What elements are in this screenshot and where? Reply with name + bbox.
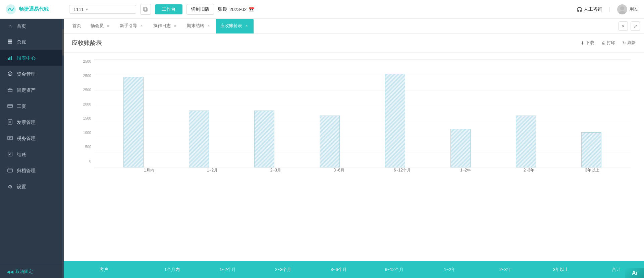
sidebar-scrollbar (62, 19, 64, 278)
archive-icon (7, 167, 13, 174)
close-tab-button[interactable]: × (619, 21, 628, 31)
svg-point-4 (619, 11, 626, 14)
sidebar-item-tax[interactable]: 税务管理 (0, 131, 64, 147)
copy-button[interactable] (140, 4, 151, 15)
svg-rect-14 (8, 105, 12, 108)
th-3plus: 3年以上 (533, 267, 589, 273)
svg-rect-10 (11, 56, 12, 60)
bar (320, 116, 340, 167)
chart-body: 1月内 1~2月 2~3月 3~6月 6~12个月 1~2年 2~3年 3年以上 (94, 59, 631, 173)
sidebar-item-label: 报表中心 (17, 55, 36, 61)
ledger-icon (7, 39, 13, 46)
tab-close-icon[interactable]: × (106, 23, 110, 28)
page-title: 应收账龄表 (72, 39, 102, 47)
svg-rect-16 (8, 120, 12, 124)
svg-text:¥: ¥ (9, 73, 11, 76)
tab-aging[interactable]: 应收账龄表 × (216, 19, 254, 33)
y-label: 1500 (77, 116, 94, 120)
payroll-icon (7, 103, 13, 110)
sidebar-item-payroll[interactable]: 工资 (0, 98, 64, 115)
tab-close-icon[interactable]: × (206, 23, 211, 28)
tab-guide[interactable]: 新手引导 × (115, 19, 149, 33)
y-label: 500 (77, 145, 94, 149)
tab-close-icon[interactable]: × (173, 23, 177, 28)
bar (385, 74, 405, 167)
refresh-label: 刷新 (627, 40, 636, 46)
user-info[interactable]: 用友 (617, 4, 639, 14)
x-label: 2~3年 (516, 167, 542, 173)
tab-closing[interactable]: 期末结转 × (182, 19, 216, 33)
company-name: 1111 (73, 7, 84, 12)
bar (189, 111, 209, 167)
tab-home[interactable]: 首页 (68, 19, 86, 33)
sidebar-item-home[interactable]: ⌂ 首页 (0, 19, 64, 34)
sidebar-item-funds[interactable]: ¥ 资金管理 (0, 66, 64, 82)
refresh-button[interactable]: ↻ 刷新 (622, 40, 636, 46)
x-label: 1月内 (136, 167, 162, 173)
support-button[interactable]: 🎧 人工咨询 (577, 6, 602, 12)
download-label: 下载 (586, 40, 594, 46)
y-label: 2500 (77, 88, 94, 92)
tab-oplog[interactable]: 操作日志 × (149, 19, 182, 33)
sidebar-item-close[interactable]: 结账 (0, 147, 64, 163)
collapse-button[interactable]: ◀◀ 取消固定 (0, 265, 64, 278)
tabs-actions: × ⤢ (619, 21, 640, 31)
svg-rect-6 (8, 41, 12, 42)
headset-icon: 🎧 (577, 7, 582, 12)
sidebar-item-ledger[interactable]: 总账 (0, 34, 64, 50)
company-selector[interactable]: 1111 ▾ (69, 5, 136, 14)
download-button[interactable]: ⬇ 下载 (581, 40, 594, 46)
th-3-6month: 3~6个月 (311, 267, 367, 273)
svg-rect-8 (8, 58, 9, 60)
ai-badge[interactable]: Ai (625, 268, 644, 278)
download-icon: ⬇ (581, 41, 584, 46)
bar-group-2-3month (254, 111, 274, 167)
sidebar-item-label: 固定资产 (17, 87, 36, 93)
tab-label: 畅会员 (91, 23, 104, 29)
th-1month: 1个月内 (144, 267, 200, 273)
svg-rect-9 (9, 57, 10, 60)
bar-group-3-6month (320, 116, 340, 167)
bar-group-6-12month (385, 74, 405, 167)
th-1-2month: 1~2个月 (200, 267, 256, 273)
tab-close-icon[interactable]: × (244, 23, 249, 28)
print-button[interactable]: 🖨 打印 (601, 40, 615, 46)
svg-rect-19 (8, 136, 12, 140)
bar-group-1-2month (189, 111, 209, 167)
sidebar-item-reports[interactable]: 报表中心 (0, 50, 64, 66)
header: 畅捷通易代账 1111 ▾ 工作台 切到旧版 账期 2023-02 📅 🎧 人工… (0, 0, 644, 19)
funds-icon: ¥ (7, 71, 13, 78)
x-label: 2~3月 (262, 167, 289, 173)
switch-version-button[interactable]: 切到旧版 (186, 4, 214, 15)
home-icon: ⌂ (7, 23, 13, 29)
page-actions: ⬇ 下载 🖨 打印 ↻ 刷新 (581, 40, 636, 46)
print-label: 打印 (607, 40, 615, 46)
main-layout: ⌂ 首页 总账 报表中心 ¥ 资金管理 (0, 19, 644, 278)
sidebar-item-assets[interactable]: 固定资产 (0, 82, 64, 98)
x-label: 1~2月 (199, 167, 226, 173)
header-middle: 1111 ▾ 工作台 切到旧版 账期 2023-02 📅 (69, 4, 577, 15)
tab-label: 首页 (72, 23, 81, 29)
sidebar-item-label: 工资 (17, 103, 26, 110)
divider: | (609, 6, 610, 12)
workbench-button[interactable]: 工作台 (155, 4, 182, 14)
expand-tab-button[interactable]: ⤢ (631, 21, 640, 31)
close-period-icon (7, 151, 13, 158)
sidebar-scroll: ⌂ 首页 总账 报表中心 ¥ 资金管理 (0, 19, 64, 265)
calendar-icon[interactable]: 📅 (249, 7, 254, 12)
bars-container (94, 59, 631, 167)
svg-rect-13 (8, 89, 12, 92)
tab-member[interactable]: 畅会员 × (86, 19, 115, 33)
sidebar-item-invoice[interactable]: 发票管理 (0, 115, 64, 131)
logo-icon (5, 4, 16, 15)
sidebar-item-settings[interactable]: ⚙ 设置 (0, 179, 64, 195)
sidebar-item-archive[interactable]: 归档管理 (0, 163, 64, 179)
svg-rect-21 (8, 169, 12, 172)
bar (581, 132, 601, 167)
chart-grid (94, 59, 631, 167)
x-labels: 1月内 1~2月 2~3月 3~6月 6~12个月 1~2年 2~3年 3年以上 (94, 167, 631, 173)
svg-rect-7 (8, 43, 12, 44)
period-label: 账期 (218, 6, 227, 12)
x-label: 3年以上 (579, 167, 606, 173)
tab-close-icon[interactable]: × (139, 23, 144, 28)
